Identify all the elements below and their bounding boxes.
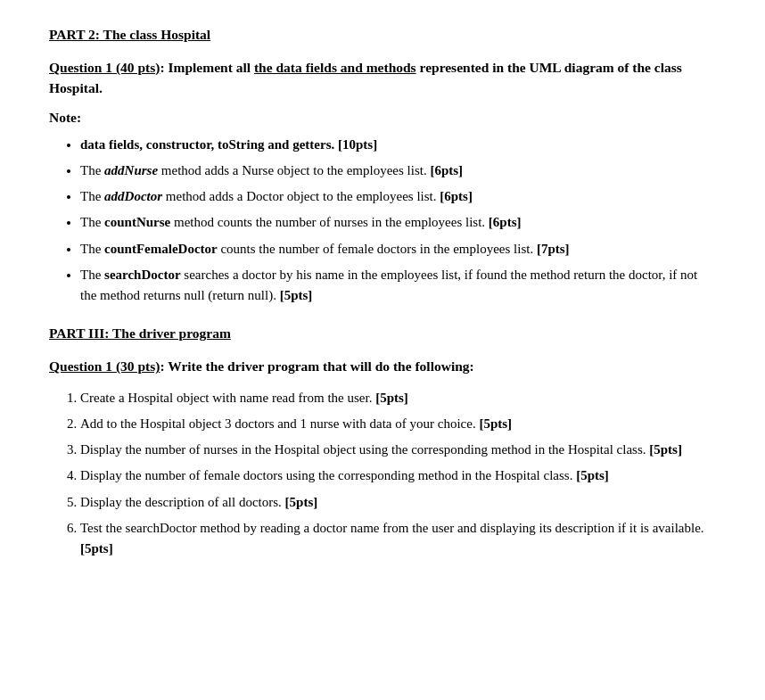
bullet1-bold: data fields, constructor, toString and g… bbox=[80, 137, 334, 152]
list-item: Display the number of female doctors usi… bbox=[80, 465, 716, 486]
item3-text: Display the number of nurses in the Hosp… bbox=[80, 442, 646, 457]
list-item: Create a Hospital object with name read … bbox=[80, 388, 716, 408]
list-item: The addNurse method adds a Nurse object … bbox=[80, 161, 716, 181]
part3-numbered-list: Create a Hospital object with name read … bbox=[49, 388, 716, 560]
bullet2-pts: [6pts] bbox=[427, 163, 463, 177]
list-item: The countNurse method counts the number … bbox=[80, 212, 716, 233]
item6-text: Test the searchDoctor method by reading … bbox=[80, 521, 704, 535]
list-item: data fields, constructor, toString and g… bbox=[80, 135, 716, 155]
item1-pts: [5pts] bbox=[372, 391, 407, 405]
item2-text: Add to the Hospital object 3 doctors and… bbox=[80, 416, 476, 431]
list-item: The searchDoctor searches a doctor by hi… bbox=[80, 265, 716, 307]
bullet5-text: counts the number of female doctors in t… bbox=[218, 242, 534, 256]
part3-q1-label: Question 1 (30 pts) bbox=[49, 358, 160, 374]
list-item: The countFemaleDoctor counts the number … bbox=[80, 239, 716, 259]
item2-pts: [5pts] bbox=[476, 416, 512, 431]
bullet6-bold: searchDoctor bbox=[104, 268, 181, 282]
bullet2-text: method adds a Nurse object to the employ… bbox=[158, 163, 427, 177]
part2-bullet-list: data fields, constructor, toString and g… bbox=[49, 135, 716, 307]
bullet3-text: method adds a Doctor object to the emplo… bbox=[162, 189, 436, 203]
part2-heading: PART 2: The class Hospital bbox=[49, 27, 716, 43]
item6-pts: [5pts] bbox=[80, 541, 113, 556]
bullet3-pts: [6pts] bbox=[437, 189, 473, 203]
bullet2-prefix: The bbox=[80, 163, 104, 177]
part2-q1-label: Question 1 (40 pts) bbox=[49, 60, 160, 75]
bullet5-pts: [7pts] bbox=[533, 242, 569, 256]
item1-text: Create a Hospital object with name read … bbox=[80, 391, 372, 405]
part2-q1-intro: : Implement all bbox=[160, 60, 253, 75]
part2-q1-underline: the data fields and methods bbox=[254, 60, 416, 75]
part3-question1-heading: Question 1 (30 pts): Write the driver pr… bbox=[49, 356, 716, 376]
item5-text: Display the description of all doctors. bbox=[80, 495, 282, 509]
item4-text: Display the number of female doctors usi… bbox=[80, 468, 572, 482]
part2-section: PART 2: The class Hospital Question 1 (4… bbox=[49, 27, 716, 306]
bullet2-italic: addNurse bbox=[104, 163, 158, 177]
bullet4-prefix: The bbox=[80, 215, 104, 229]
note-label: Note: bbox=[49, 110, 716, 126]
list-item: The addDoctor method adds a Doctor objec… bbox=[80, 186, 716, 207]
bullet1-pts: [10pts] bbox=[334, 137, 377, 152]
part2-question1-heading: Question 1 (40 pts): Implement all the d… bbox=[49, 57, 716, 99]
bullet6-prefix: The bbox=[80, 268, 104, 282]
bullet3-prefix: The bbox=[80, 189, 104, 203]
part3-heading: PART III: The driver program bbox=[49, 325, 716, 342]
item4-pts: [5pts] bbox=[572, 468, 608, 482]
bullet4-text: method counts the number of nurses in th… bbox=[170, 215, 485, 229]
page-content: PART 2: The class Hospital Question 1 (4… bbox=[0, 0, 765, 611]
part3-q1-intro: : Write the driver program that will do … bbox=[160, 358, 473, 374]
item5-pts: [5pts] bbox=[282, 495, 317, 509]
list-item: Test the searchDoctor method by reading … bbox=[80, 518, 716, 560]
bullet4-pts: [6pts] bbox=[485, 215, 521, 229]
bullet3-italic: addDoctor bbox=[104, 189, 162, 203]
list-item: Display the description of all doctors. … bbox=[80, 492, 716, 513]
list-item: Add to the Hospital object 3 doctors and… bbox=[80, 414, 716, 434]
part3-section: PART III: The driver program Question 1 … bbox=[49, 325, 716, 559]
bullet5-bold: countFemaleDoctor bbox=[104, 242, 218, 256]
bullet5-prefix: The bbox=[80, 242, 104, 256]
list-item: Display the number of nurses in the Hosp… bbox=[80, 440, 716, 460]
bullet4-bold: countNurse bbox=[104, 215, 170, 229]
bullet6-pts: [5pts] bbox=[276, 288, 312, 302]
item3-pts: [5pts] bbox=[646, 442, 681, 457]
